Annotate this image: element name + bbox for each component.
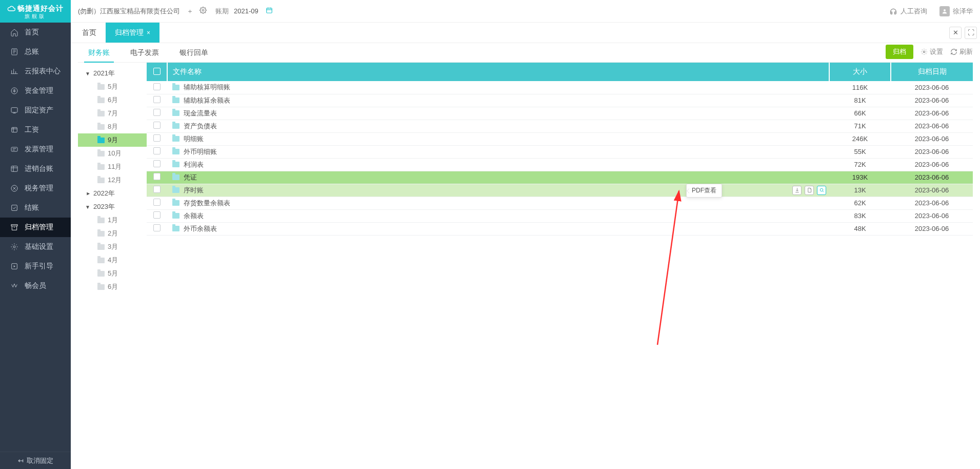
tree-month-node[interactable]: 12月	[78, 173, 147, 187]
table-row[interactable]: 凭证193K2023-06-06	[147, 171, 973, 184]
table-row[interactable]: 余额表83K2023-06-06	[147, 209, 973, 222]
tree-month-node[interactable]: 11月	[78, 160, 147, 173]
tree-month-label: 3月	[108, 242, 118, 251]
nav-item-invoice[interactable]: 发票管理	[0, 140, 71, 159]
nav-item-archive[interactable]: 归档管理	[0, 218, 71, 237]
tree-month-node[interactable]: 6月	[78, 280, 147, 294]
tree-month-node[interactable]: 5月	[78, 80, 147, 93]
close-icon[interactable]: ×	[147, 29, 150, 36]
close-tab-button[interactable]: ✕	[949, 27, 962, 39]
company-settings-button[interactable]	[199, 7, 207, 15]
tree-year-node[interactable]: ▼2022年	[78, 187, 147, 200]
row-checkbox[interactable]	[153, 186, 161, 193]
add-company-button[interactable]: ＋	[186, 7, 194, 16]
file-size: 48K	[829, 222, 891, 235]
pdf-preview-action[interactable]	[817, 186, 826, 195]
table-row[interactable]: 明细账246K2023-06-06	[147, 132, 973, 145]
row-checkbox[interactable]	[153, 173, 161, 180]
unpin-sidebar[interactable]: ↤ 取消固定	[0, 452, 71, 469]
tree-month-node[interactable]: 9月	[78, 133, 147, 147]
file-date: 2023-06-06	[891, 171, 973, 184]
table-row[interactable]: 辅助核算余额表81K2023-06-06	[147, 94, 973, 107]
nav-item-asset[interactable]: 固定资产	[0, 101, 71, 120]
tree-month-node[interactable]: 6月	[78, 93, 147, 107]
nav-item-salary[interactable]: 工资	[0, 120, 71, 140]
row-checkbox[interactable]	[153, 109, 161, 116]
nav-item-guide[interactable]: 新手引导	[0, 257, 71, 276]
tree-month-node[interactable]: 10月	[78, 147, 147, 160]
nav-item-report[interactable]: 云报表中心	[0, 62, 71, 81]
sub-tab-fin[interactable]: 财务账	[78, 43, 120, 62]
row-checkbox[interactable]	[153, 134, 161, 142]
row-checkbox[interactable]	[153, 122, 161, 129]
col-header-date[interactable]: 归档日期	[891, 63, 973, 81]
row-checkbox[interactable]	[153, 147, 161, 154]
nav-item-fund[interactable]: 资金管理	[0, 81, 71, 101]
nav-item-home[interactable]: 首页	[0, 23, 71, 42]
download-icon	[794, 187, 800, 193]
nav-item-tax[interactable]: 税务管理	[0, 179, 71, 198]
file-size: 83K	[829, 209, 891, 222]
download-action[interactable]	[792, 186, 802, 195]
tree-month-label: 5月	[108, 82, 118, 91]
nav-item-label: 结账	[25, 203, 39, 212]
archive-button[interactable]: 归档	[886, 45, 913, 59]
folder-icon	[97, 97, 105, 103]
chevron-icon: ▼	[85, 204, 90, 210]
sub-tab-einv[interactable]: 电子发票	[120, 43, 169, 62]
user-menu[interactable]: 徐泽华	[939, 6, 973, 16]
folder-icon	[97, 138, 105, 143]
col-header-size[interactable]: 大小	[829, 63, 891, 81]
tree-year-node[interactable]: ▼2021年	[78, 67, 147, 80]
home-icon	[10, 28, 18, 36]
calendar-icon[interactable]	[266, 7, 273, 15]
nav-item-settings[interactable]: 基础设置	[0, 237, 71, 257]
tree-month-node[interactable]: 5月	[78, 267, 147, 280]
row-checkbox[interactable]	[153, 160, 161, 167]
period-value[interactable]: 2021-09	[234, 7, 258, 15]
row-checkbox[interactable]	[153, 211, 161, 219]
row-checkbox[interactable]	[153, 224, 161, 231]
nav-item-ledger[interactable]: 总账	[0, 42, 71, 62]
nav-item-psi[interactable]: 进销台账	[0, 159, 71, 179]
svg-point-13	[944, 9, 946, 11]
sub-tab-bank[interactable]: 银行回单	[169, 43, 218, 62]
tree-year-node[interactable]: ▼2023年	[78, 200, 147, 213]
table-row[interactable]: 外币余额表48K2023-06-06	[147, 222, 973, 235]
tree-month-node[interactable]: 7月	[78, 107, 147, 120]
tree-month-node[interactable]: 8月	[78, 120, 147, 133]
export-pdf-action[interactable]	[805, 186, 814, 195]
col-header-name[interactable]: 文件名称	[167, 63, 829, 81]
refresh-link[interactable]: 刷新	[950, 47, 973, 56]
row-checkbox[interactable]	[153, 83, 161, 90]
folder-icon	[97, 84, 105, 90]
table-row[interactable]: 序时账13K2023-06-06	[147, 184, 973, 197]
table-row[interactable]: 外币明细账55K2023-06-06	[147, 145, 973, 158]
file-name: 存货数量余额表	[184, 199, 230, 208]
file-date: 2023-06-06	[891, 107, 973, 120]
support-link[interactable]: 人工咨询	[889, 7, 927, 16]
nav-item-close[interactable]: 结账	[0, 198, 71, 218]
svg-point-11	[202, 9, 204, 11]
table-row[interactable]: 现金流量表66K2023-06-06	[147, 107, 973, 120]
page-tab-archive[interactable]: 归档管理×	[106, 23, 159, 43]
row-checkbox[interactable]	[153, 199, 161, 206]
svg-point-15	[820, 188, 823, 191]
settings-link[interactable]: 设置	[921, 47, 943, 56]
file-date: 2023-06-06	[891, 197, 973, 209]
tree-month-node[interactable]: 3月	[78, 240, 147, 253]
fullscreen-button[interactable]: ⛶	[965, 27, 977, 39]
table-row[interactable]: 存货数量余额表62K2023-06-06	[147, 197, 973, 209]
tree-month-node[interactable]: 4月	[78, 253, 147, 267]
table-row[interactable]: 辅助核算明细账116K2023-06-06	[147, 81, 973, 94]
nav-item-vip[interactable]: 畅会员	[0, 276, 71, 296]
file-name: 凭证	[184, 173, 197, 182]
table-row[interactable]: 资产负债表71K2023-06-06	[147, 120, 973, 132]
select-all-checkbox[interactable]	[153, 68, 161, 75]
row-checkbox[interactable]	[153, 96, 161, 103]
tree-month-node[interactable]: 2月	[78, 227, 147, 240]
company-selector[interactable]: (勿删）江西服宝精品有限责任公司（... ▾	[78, 7, 181, 16]
page-tab-home[interactable]: 首页	[73, 23, 106, 43]
table-row[interactable]: 利润表72K2023-06-06	[147, 158, 973, 171]
tree-month-node[interactable]: 1月	[78, 213, 147, 227]
